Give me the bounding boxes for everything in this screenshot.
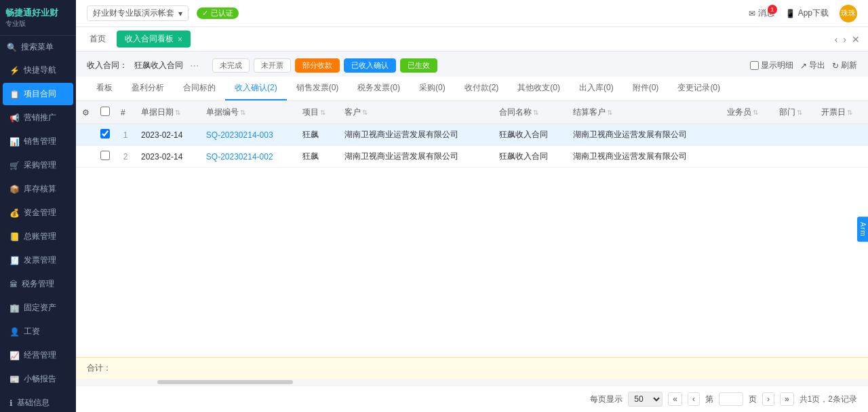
row2-docno-link[interactable]: SQ-20230214-002: [206, 152, 273, 162]
company-name: 好业财专业版演示帐套: [93, 7, 174, 19]
status-btn-uninvoiced[interactable]: 未开票: [254, 58, 291, 73]
show-detail-checkbox[interactable]: 显示明细: [750, 60, 793, 71]
settings-gear-icon[interactable]: ⚙: [82, 108, 90, 117]
th-salesperson[interactable]: 业务员 ⇅: [722, 101, 774, 124]
sidebar-item-sales[interactable]: 📊 销售管理: [3, 130, 73, 153]
sidebar-item-quick-nav[interactable]: ⚡ 快捷导航: [3, 59, 73, 81]
table-row[interactable]: 1 2023-02-14 SQ-20230214-003 狂飙 湖南卫视商业运营…: [76, 124, 868, 146]
next-page-button[interactable]: ›: [762, 392, 774, 406]
th-contract-name[interactable]: 合同名称 ⇅: [494, 101, 568, 124]
th-salesperson-label: 业务员: [727, 107, 751, 118]
row1-docno[interactable]: SQ-20230214-003: [201, 124, 297, 146]
select-all-checkbox[interactable]: [100, 107, 110, 116]
th-department[interactable]: 部门 ⇅: [774, 101, 816, 124]
subtab-tax-invoice[interactable]: 税务发票(0): [348, 77, 410, 100]
tab-next-icon[interactable]: ›: [843, 34, 846, 45]
th-checkbox[interactable]: [95, 101, 115, 124]
status-btn-effective[interactable]: 已生效: [400, 58, 437, 73]
status-btn-confirmed[interactable]: 已收入确认: [344, 58, 396, 73]
row1-docno-link[interactable]: SQ-20230214-003: [206, 130, 273, 140]
tab-close-icon[interactable]: ×: [178, 35, 182, 44]
th-finalcustomer-sort[interactable]: 结算客户 ⇅: [573, 107, 612, 118]
status-btn-partial[interactable]: 部分收款: [295, 58, 340, 73]
status-btn-incomplete[interactable]: 未完成: [212, 58, 250, 73]
active-tab[interactable]: 收入合同看板 ×: [117, 31, 191, 48]
sidebar-search[interactable]: 🔍 搜索菜单: [0, 36, 76, 58]
th-project-sort[interactable]: 项目 ⇅: [302, 107, 326, 118]
subtab-sales-invoice[interactable]: 销售发票(0): [287, 77, 349, 100]
tab-prev-icon[interactable]: ‹: [835, 34, 838, 45]
row1-checkbox-cell[interactable]: [95, 124, 115, 146]
company-selector[interactable]: 好业财专业版演示帐套 ▾: [87, 5, 189, 21]
subtab-income-confirm[interactable]: 收入确认(2): [225, 77, 287, 100]
th-date-sort[interactable]: 单据日期 ⇅: [141, 107, 180, 118]
sidebar-item-purchase[interactable]: 🛒 采购管理: [3, 154, 73, 176]
export-button[interactable]: ↗ 导出: [800, 60, 825, 71]
subtab-profit[interactable]: 盈利分析: [122, 77, 174, 100]
sidebar-item-fund[interactable]: 💰 资金管理: [3, 202, 73, 224]
sidebar-item-management[interactable]: 📈 经营管理: [3, 344, 73, 367]
sidebar-item-project-contract[interactable]: 📋 项目合同: [3, 83, 73, 105]
th-final-customer[interactable]: 结算客户 ⇅: [568, 101, 722, 124]
th-opendate-sort[interactable]: 开票日 ⇅: [821, 107, 852, 118]
tab-close-all-icon[interactable]: ✕: [852, 34, 860, 45]
sidebar-item-reports[interactable]: 📰 小畅报告: [3, 368, 73, 390]
home-tab[interactable]: 首页: [84, 33, 111, 45]
subtab-purchase[interactable]: 采购(0): [410, 77, 455, 100]
show-detail-input[interactable]: [750, 61, 759, 70]
th-doc-no[interactable]: 单据编号 ⇅: [201, 101, 297, 124]
message-button[interactable]: ✉ 消息 1: [749, 7, 774, 19]
sidebar-item-marketing[interactable]: 📢 营销推广: [3, 107, 73, 129]
scrollbar-area[interactable]: [76, 379, 868, 386]
th-contractname-sort[interactable]: 合同名称 ⇅: [499, 107, 538, 118]
th-date[interactable]: 单据日期 ⇅: [136, 101, 201, 124]
subtab-subject[interactable]: 合同标的: [174, 77, 225, 100]
subtab-payment[interactable]: 收付款(2): [455, 77, 509, 100]
sidebar-item-basic-info[interactable]: ℹ 基础信息: [3, 392, 73, 412]
refresh-button[interactable]: ↻ 刷新: [832, 60, 857, 71]
row1-checkbox[interactable]: [100, 129, 110, 138]
sidebar-item-tax[interactable]: 🏛 税务管理: [3, 273, 73, 295]
th-docno-sort[interactable]: 单据编号 ⇅: [206, 107, 245, 118]
row2-project: 狂飙: [297, 146, 339, 168]
prev-page-button[interactable]: ‹: [688, 392, 700, 406]
app-download-button[interactable]: 📱 App下载: [785, 7, 829, 19]
th-docno-label: 单据编号: [206, 107, 239, 118]
last-page-button[interactable]: »: [780, 392, 794, 406]
subtab-other-income[interactable]: 其他收支(0): [508, 77, 570, 100]
sidebar-item-fixed-assets[interactable]: 🏢 固定资产: [3, 297, 73, 319]
row2-open-date: [816, 146, 868, 168]
contract-more-icon[interactable]: ···: [190, 60, 199, 72]
sidebar-item-invoice[interactable]: 🧾 发票管理: [3, 249, 73, 271]
subtab-kanban[interactable]: 看板: [87, 77, 122, 100]
subtab-change-log[interactable]: 变更记录(0): [668, 77, 730, 100]
th-customer-sort[interactable]: 客户 ⇅: [344, 107, 368, 118]
sidebar-label-management: 经营管理: [24, 350, 56, 361]
fund-icon: 💰: [9, 208, 20, 218]
subtab-attachment[interactable]: 附件(0): [623, 77, 669, 100]
right-panel-icon[interactable]: Arm: [857, 217, 868, 242]
th-customer-label: 客户: [344, 107, 361, 118]
row2-checkbox[interactable]: [100, 151, 110, 160]
table-row[interactable]: 2 2023-02-14 SQ-20230214-002 狂飙 湖南卫视商业运营…: [76, 146, 868, 168]
sidebar-item-labor[interactable]: 👤 工资: [3, 320, 73, 343]
th-open-date[interactable]: 开票日 ⇅: [816, 101, 868, 124]
th-order-num: #: [115, 101, 136, 124]
row2-docno[interactable]: SQ-20230214-002: [201, 146, 297, 168]
message-icon: ✉: [749, 9, 755, 18]
th-project[interactable]: 项目 ⇅: [297, 101, 339, 124]
page-size-select[interactable]: 50 20 100: [628, 392, 663, 407]
scroll-thumb[interactable]: [157, 380, 293, 384]
row2-checkbox-cell[interactable]: [95, 146, 115, 168]
th-settings[interactable]: ⚙: [76, 101, 95, 124]
chevron-down-icon: ▾: [178, 9, 182, 18]
user-avatar-button[interactable]: 珠珠: [840, 5, 857, 22]
th-department-sort[interactable]: 部门 ⇅: [779, 107, 802, 118]
th-customer[interactable]: 客户 ⇅: [339, 101, 494, 124]
th-salesperson-sort[interactable]: 业务员 ⇅: [727, 107, 758, 118]
subtab-inout-storage[interactable]: 出入库(0): [570, 77, 623, 100]
current-page-input[interactable]: 1: [719, 392, 743, 406]
first-page-button[interactable]: «: [668, 392, 682, 406]
sidebar-item-inventory[interactable]: 📦 库存核算: [3, 178, 73, 200]
sidebar-item-accounting[interactable]: 📒 总账管理: [3, 225, 73, 248]
